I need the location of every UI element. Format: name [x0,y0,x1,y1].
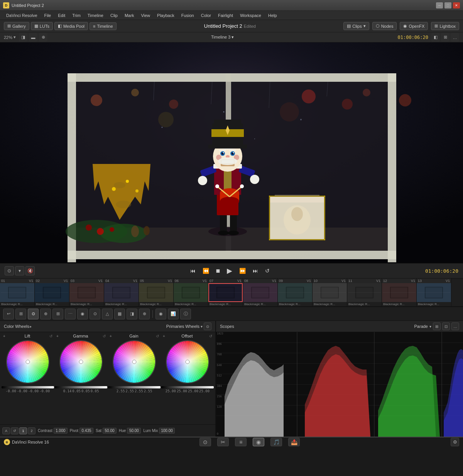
primaries-mode-label[interactable]: Primaries Wheels [166,324,199,329]
tracker-btn[interactable]: ⊕ [139,309,150,319]
clip-item-2[interactable]: 03V1 Blackmagic R... [69,279,104,306]
scopes-expand-btn[interactable]: ⊡ [442,322,450,330]
cut-page-btn[interactable]: ✂ [217,438,229,446]
sat-value[interactable]: 50.00 [103,428,117,434]
auto-btn[interactable]: A [2,427,10,434]
wheel-slider-gamma[interactable] [55,386,107,388]
view-btn-1[interactable]: ◧ [431,33,440,42]
parade-dropdown-icon[interactable]: ▾ [429,324,431,329]
menu-davinci-resolve[interactable]: DaVinci Resolve [3,12,41,19]
lum-mix-value[interactable]: 100.00 [159,428,175,434]
nodes-button[interactable]: ⬡ Nodes [372,22,397,30]
step-back-button[interactable]: ⏪ [200,267,211,275]
key-btn[interactable]: ◨ [127,309,137,319]
menu-timeline[interactable]: Timeline [84,12,106,19]
color-wheel-svg-gain[interactable] [112,339,157,385]
openfx-button[interactable]: ◉ OpenFX [400,22,428,30]
menu-playback[interactable]: Playback [154,12,177,19]
clip-item-5[interactable]: 06V1 Blackmagic R... [174,279,208,306]
color-wheel-svg-gamma[interactable] [58,339,104,385]
blur-btn[interactable]: ▦ [114,309,125,319]
wheel-reset-btn-gamma[interactable]: ↺ [103,334,106,338]
clip-item-11[interactable]: 12V1 Blackmagic R... [382,279,417,306]
settings-btn[interactable]: ⚙ [451,438,459,446]
lightbox-button[interactable]: ⊞ Lightbox [431,22,459,30]
menu-edit[interactable]: Edit [55,12,68,19]
clip-item-1[interactable]: 02V1 Blackmagic R... [35,279,69,306]
menu-mark[interactable]: Mark [122,12,137,19]
toggle-btn-1[interactable]: ◨ [19,33,27,42]
view-btn-3[interactable]: … [451,33,459,42]
monitor-btn[interactable]: ⊙ [5,266,14,275]
custom-curves-btn[interactable]: ⊞ [52,309,63,319]
edit-page-btn[interactable]: ≡ [235,438,247,446]
info-btn[interactable]: ⓘ [180,309,191,319]
close-button[interactable]: ✕ [453,2,460,8]
pivot-value[interactable]: 0.435 [79,428,93,434]
contrast-value[interactable]: 1.000 [54,428,68,434]
media-page-btn[interactable]: ⊙ [199,438,211,446]
menu-workspace[interactable]: Workspace [237,12,264,19]
step-forward-button[interactable]: ⏩ [237,267,248,275]
clip-item-4[interactable]: 05V1 Blackmagic R... [139,279,174,306]
wheels-settings-btn[interactable]: ⊙ [204,322,211,330]
clip-item-10[interactable]: 11V1 Blackmagic R... [347,279,382,306]
toggle-btn-2[interactable]: ▬ [29,33,37,42]
menu-view[interactable]: View [138,12,153,19]
color-warp-btn[interactable]: ◉ [77,309,88,319]
menu-fairlight[interactable]: Fairlight [215,12,236,19]
gallery-button[interactable]: ⊞ Gallery [4,22,29,30]
scopes-more-btn[interactable]: … [451,322,459,330]
redo-btn[interactable]: ⊞ [15,309,26,319]
wheel-add-btn-gamma[interactable]: + [56,334,59,338]
menu-fusion[interactable]: Fusion [178,12,197,19]
skip-to-end-button[interactable]: ⏭ [250,267,260,275]
color-wheel-svg-offset[interactable] [165,339,210,385]
hsl-curves-btn[interactable]: ⋯ [65,309,76,319]
luts-button[interactable]: ▦ LUTs [31,22,53,30]
color-page-btn[interactable]: ◉ [253,438,264,446]
color-wheel-btn[interactable]: ⊙ [28,309,39,319]
stop-button[interactable]: ■ [214,266,223,276]
reset-btn[interactable]: ↺ [11,427,19,434]
wheel-slider-offset[interactable] [161,386,214,388]
menu-file[interactable]: File [41,12,54,19]
parade-mode[interactable]: Parade [414,324,428,329]
skip-to-start-button[interactable]: ⏮ [188,267,198,275]
wheel-add-btn-gain[interactable]: + [110,334,112,338]
gallery-fx-btn[interactable]: ◉ [155,309,166,319]
menu-trim[interactable]: Trim [69,12,84,19]
menu-help[interactable]: Help [265,12,280,19]
clip-item-7[interactable]: 08V1 Blackmagic R... [243,279,278,306]
clips-button[interactable]: ▤ Clips ▾ [343,22,369,30]
hue-value[interactable]: 50.00 [127,428,141,434]
scopes-layout-btn[interactable]: ⊞ [433,322,441,330]
undo-btn[interactable]: ↩ [3,309,14,319]
loop-button[interactable]: ↺ [263,267,272,275]
toggle-btn-3[interactable]: ⊕ [39,33,47,42]
num2-btn[interactable]: 2 [28,427,35,434]
color-bars-btn[interactable]: ⊕ [40,309,51,319]
mode-dropdown-icon[interactable]: ▾ [201,324,203,329]
media-pool-button[interactable]: ◧ Media Pool [54,22,88,30]
minimize-button[interactable]: ─ [436,2,443,8]
clip-item-6[interactable]: 07V1 Blackmagic R... [208,279,243,306]
scope-btn[interactable]: 📊 [168,309,179,319]
timeline-name[interactable]: Timeline 3 ▾ [51,35,394,40]
clip-item-9[interactable]: 10V1 Blackmagic R... [313,279,347,306]
wheel-reset-btn-lift[interactable]: ↺ [49,334,52,338]
wheel-add-btn-offset[interactable]: + [163,334,165,338]
magic-mask-btn[interactable]: △ [102,309,113,319]
wheel-slider-lift[interactable] [2,386,54,388]
mute-btn[interactable]: 🔇 [25,266,35,275]
color-wheel-svg-lift[interactable] [5,339,51,385]
clip-item-3[interactable]: 04V1 Blackmagic R... [104,279,139,306]
wheel-reset-btn-gain[interactable]: ↺ [156,334,159,338]
zoom-control[interactable]: 22% ▾ [4,35,16,40]
wheel-slider-gain[interactable] [108,386,161,388]
maximize-button[interactable]: □ [444,2,451,8]
clip-item-0[interactable]: 01V1 Blackmagic R... [0,279,35,306]
wheel-reset-btn-offset[interactable]: ↺ [209,334,212,338]
clip-item-8[interactable]: 09V1 Blackmagic R... [278,279,313,306]
menu-color[interactable]: Color [198,12,214,19]
